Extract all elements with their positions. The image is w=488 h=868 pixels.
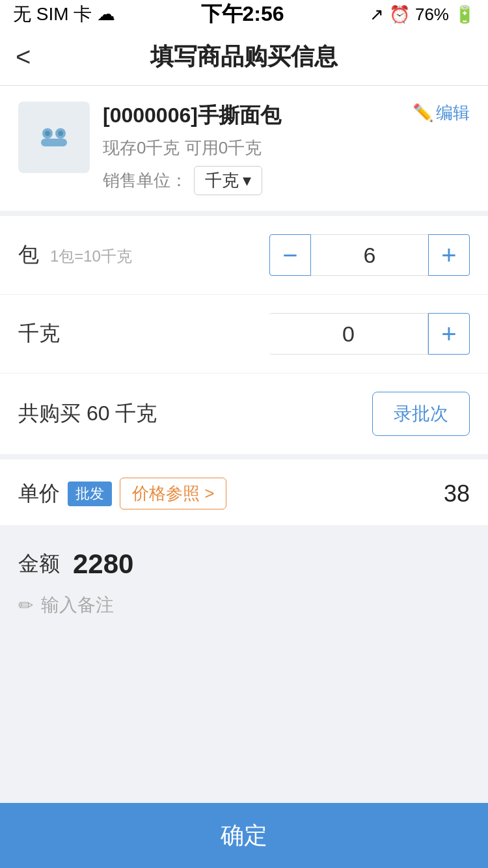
location-icon: ↗ xyxy=(370,5,384,25)
qty-minus-bao[interactable]: − xyxy=(269,234,311,276)
edit-label: 编辑 xyxy=(436,102,470,124)
price-section: 单价 批发 价格参照 > 38 xyxy=(0,459,488,530)
product-info: [0000006]手撕面包 现存0千克 可用0千克 销售单位： 千克 ▾ xyxy=(103,102,400,195)
nav-bar: < 填写商品购买信息 xyxy=(0,29,488,86)
remark-placeholder: 输入备注 xyxy=(41,593,114,617)
signal-text: 无 SIM 卡 ☁ xyxy=(13,2,115,27)
svg-point-3 xyxy=(45,131,50,136)
status-left: 无 SIM 卡 ☁ xyxy=(13,2,115,27)
svg-rect-2 xyxy=(41,139,67,146)
edit-icon: ✏️ xyxy=(413,103,433,123)
qty-input-bao[interactable] xyxy=(311,234,428,276)
total-num: 60 xyxy=(87,401,110,425)
product-unit: 销售单位： 千克 ▾ xyxy=(103,166,400,195)
status-time: 下午2:56 xyxy=(201,0,284,29)
product-thumbnail xyxy=(18,102,90,173)
battery-text: 76% xyxy=(415,5,449,25)
total-row: 共购买 60 千克 录批次 xyxy=(0,373,488,454)
alarm-icon: ⏰ xyxy=(389,5,410,25)
total-label: 共购买 xyxy=(18,401,81,425)
price-label-text: 单价 xyxy=(18,480,60,508)
price-ref-button[interactable]: 价格参照 > xyxy=(120,478,226,509)
qty-controls-kg: + xyxy=(269,313,470,355)
pencil-icon: ✏ xyxy=(18,595,33,616)
qty-row-kg: 千克 + xyxy=(0,295,488,373)
qty-label-bao: 包 1包=10千克 xyxy=(18,241,269,269)
price-tag: 批发 xyxy=(68,481,112,506)
price-label: 单价 批发 价格参照 > xyxy=(18,478,226,509)
product-logo-icon xyxy=(34,118,74,157)
amount-value: 2280 xyxy=(73,549,133,580)
unit-value: 千克 xyxy=(205,169,239,192)
svg-point-4 xyxy=(58,131,63,136)
qty-plus-kg[interactable]: + xyxy=(428,313,470,355)
product-name: [0000006]手撕面包 xyxy=(103,102,400,130)
back-button[interactable]: < xyxy=(16,42,31,72)
qty-label-kg: 千克 xyxy=(18,319,269,348)
battery-icon: 🔋 xyxy=(454,5,475,25)
bottom-spacer xyxy=(0,712,488,778)
edit-button[interactable]: ✏️ 编辑 xyxy=(413,102,470,124)
total-text: 共购买 60 千克 xyxy=(18,400,157,428)
qty-label-main: 包 xyxy=(18,243,39,266)
confirm-button[interactable]: 确定 xyxy=(0,803,488,868)
dropdown-icon: ▾ xyxy=(243,170,251,191)
product-stock: 现存0千克 可用0千克 xyxy=(103,137,400,159)
product-card: [0000006]手撕面包 现存0千克 可用0千克 销售单位： 千克 ▾ ✏️ … xyxy=(0,86,488,216)
amount-row: 金额 2280 xyxy=(18,549,470,580)
unit-select[interactable]: 千克 ▾ xyxy=(194,166,262,195)
qty-sublabel-bao: 1包=10千克 xyxy=(50,247,132,265)
price-row: 单价 批发 价格参照 > 38 xyxy=(18,478,470,509)
qty-plus-bao[interactable]: + xyxy=(428,234,470,276)
price-value: 38 xyxy=(444,480,470,508)
qty-input-kg[interactable] xyxy=(269,313,428,355)
qty-controls-bao: − + xyxy=(269,234,470,276)
total-unit-text: 千克 xyxy=(115,401,157,425)
amount-label: 金额 xyxy=(18,550,60,578)
page-title: 填写商品购买信息 xyxy=(150,41,338,73)
amount-section: 金额 2280 ✏ 输入备注 xyxy=(0,530,488,712)
unit-label: 销售单位： xyxy=(103,169,187,192)
remark-row[interactable]: ✏ 输入备注 xyxy=(18,593,470,617)
status-bar: 无 SIM 卡 ☁ 下午2:56 ↗ ⏰ 76% 🔋 xyxy=(0,0,488,29)
quantity-section: 包 1包=10千克 − + 千克 + 共购买 60 千克 录批次 xyxy=(0,216,488,459)
status-right: ↗ ⏰ 76% 🔋 xyxy=(370,5,475,25)
record-batch-button[interactable]: 录批次 xyxy=(372,392,470,436)
qty-row-bao: 包 1包=10千克 − + xyxy=(0,216,488,295)
